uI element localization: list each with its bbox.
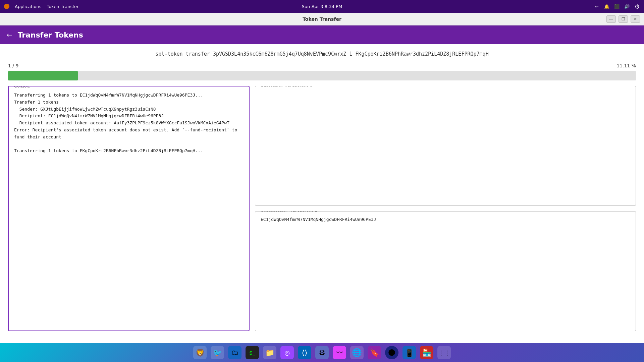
progress-bar-container (8, 71, 636, 80)
app-header: ← Transfer Tokens (0, 25, 644, 44)
system-datetime: Sun Apr 3 8:34 PM (302, 4, 342, 9)
progress-current: 1 / 9 (8, 63, 18, 68)
successful-transactions-panel: Successfull Transactions 0 (255, 86, 636, 206)
files-icon[interactable]: 🗂 (228, 346, 241, 359)
console-text: Transferring 1 tokens to EC1jdWqQvN4fmrW… (14, 92, 244, 155)
brave-icon[interactable]: 🦁 (193, 346, 207, 359)
chrome-icon[interactable]: 🌐 (350, 346, 364, 359)
app2-label[interactable]: Token_transfer (47, 4, 78, 9)
os-logo (4, 4, 9, 9)
system-tray: ✏ 🔔 ⬛ 🔊 ⏻ (594, 3, 640, 9)
restore-button[interactable]: ❐ (619, 15, 628, 23)
progress-percent: 11.11 % (616, 63, 636, 68)
minimize-button[interactable]: — (606, 15, 616, 23)
volume-icon[interactable]: 🔊 (624, 3, 630, 9)
taskbar: 🦁 🐦 🗂 $_ 📁 ◎ ⟨⟩ ⚙ 〰 🌐 🔖 🌑 📱 🏪 ⋮⋮ (0, 343, 644, 362)
main-content: spl-token transfer 3pVGSD3L4n35kcC6m6Z8r… (0, 44, 644, 343)
software-center-icon[interactable]: 🏪 (420, 346, 433, 359)
app1-label[interactable]: Applications (15, 4, 41, 9)
settings-icon[interactable]: ⚙ (315, 346, 329, 359)
command-line: spl-token transfer 3pVGSD3L4n35kcC6m6Z8r… (8, 51, 636, 57)
system-bar-left: Applications Token_transfer (4, 4, 78, 9)
vscode-icon[interactable]: ⟨⟩ (298, 346, 311, 359)
app-grid-icon[interactable]: ⋮⋮ (437, 346, 451, 359)
pen-icon: ✏ (594, 3, 600, 9)
audacity-icon[interactable]: 〰 (333, 346, 346, 359)
unsuccessful-transactions-panel: Unsuccessfull Transactions 1 EC1jdWqQvN4… (255, 211, 636, 331)
progress-bar-fill (8, 71, 78, 80)
terminal-icon[interactable]: $_ (246, 346, 259, 359)
console-panel: Console Transferring 1 tokens to EC1jdWq… (8, 86, 250, 331)
title-bar: Token Transfer — ❐ ✕ (0, 13, 644, 25)
screen-icon: ⬛ (614, 3, 620, 9)
unsuccessful-label: Unsuccessfull Transactions 1 (259, 211, 319, 213)
app-title: Transfer Tokens (18, 31, 83, 39)
avatar-icon[interactable]: 🌑 (385, 346, 398, 359)
successful-label: Successfull Transactions 0 (259, 86, 314, 87)
system-bar: Applications Token_transfer Sun Apr 3 8:… (0, 0, 644, 13)
close-button[interactable]: ✕ (631, 15, 640, 23)
right-panels: Successfull Transactions 0 Unsuccessfull… (255, 86, 636, 331)
nautilus-icon[interactable]: 📁 (263, 346, 276, 359)
thunderbird-icon[interactable]: 🐦 (211, 346, 224, 359)
console-label: Console (12, 86, 32, 90)
progress-info: 1 / 9 11.11 % (8, 63, 636, 68)
window-title: Token Transfer (303, 16, 341, 22)
window-controls: — ❐ ✕ (606, 15, 640, 23)
solana-icon[interactable]: ◎ (280, 346, 294, 359)
back-button[interactable]: ← (7, 31, 12, 39)
panels-row: Console Transferring 1 tokens to EC1jdWq… (8, 86, 636, 331)
bookmarks-icon[interactable]: 🔖 (368, 346, 381, 359)
power-icon[interactable]: ⏻ (634, 3, 640, 9)
notification-icon[interactable]: 🔔 (604, 3, 610, 9)
unsuccessful-entry: EC1jdWqQvN4fmrW7NV1MqNHgjgcwDFRFRi4wUe96… (261, 217, 630, 222)
phone-icon[interactable]: 📱 (402, 346, 416, 359)
